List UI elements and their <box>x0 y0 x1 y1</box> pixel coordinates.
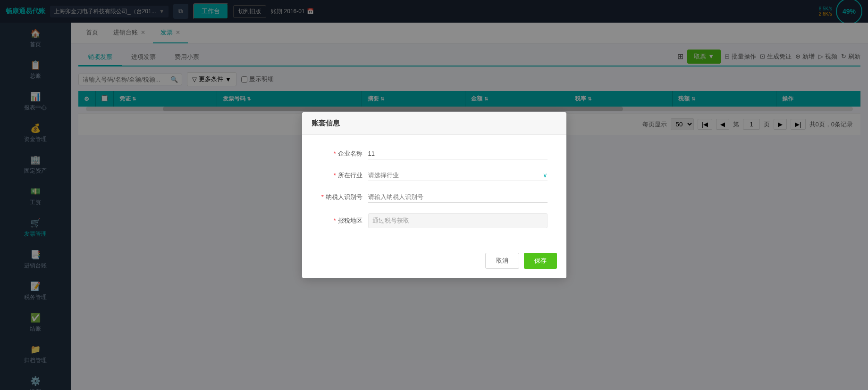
tax-id-row: * 纳税人识别号 <box>321 191 548 203</box>
account-info-dialog: 账套信息 * 企业名称 * 所在行业 ∨ <box>302 112 566 278</box>
tax-region-label: * 报税地区 <box>321 216 368 225</box>
company-name-row: * 企业名称 <box>321 148 548 159</box>
dialog-body: * 企业名称 * 所在行业 ∨ * 纳税人识 <box>302 135 566 248</box>
tax-region-required-marker: * <box>334 217 336 224</box>
company-name-label: * 企业名称 <box>321 149 368 158</box>
dialog-header: 账套信息 <box>302 112 566 135</box>
industry-required-marker: * <box>334 172 336 179</box>
industry-chevron-icon: ∨ <box>543 172 548 179</box>
industry-row: * 所在行业 ∨ <box>321 170 548 181</box>
industry-input[interactable] <box>368 172 543 179</box>
modal-overlay[interactable]: 账套信息 * 企业名称 * 所在行业 ∨ <box>0 0 868 390</box>
tax-region-row: * 报税地区 通过税号获取 <box>321 213 548 228</box>
tax-id-required-marker: * <box>321 193 324 200</box>
save-button[interactable]: 保存 <box>524 253 557 269</box>
company-name-input[interactable] <box>368 148 548 159</box>
industry-label: * 所在行业 <box>321 171 368 180</box>
industry-select-wrapper[interactable]: ∨ <box>368 170 548 181</box>
dialog-footer: 取消 保存 <box>302 248 566 278</box>
dialog-title: 账套信息 <box>312 119 340 127</box>
company-required-marker: * <box>334 150 336 157</box>
cancel-button[interactable]: 取消 <box>485 253 519 269</box>
tax-id-input[interactable] <box>368 191 548 203</box>
tax-id-label: * 纳税人识别号 <box>321 193 368 201</box>
tax-region-display: 通过税号获取 <box>368 213 548 228</box>
